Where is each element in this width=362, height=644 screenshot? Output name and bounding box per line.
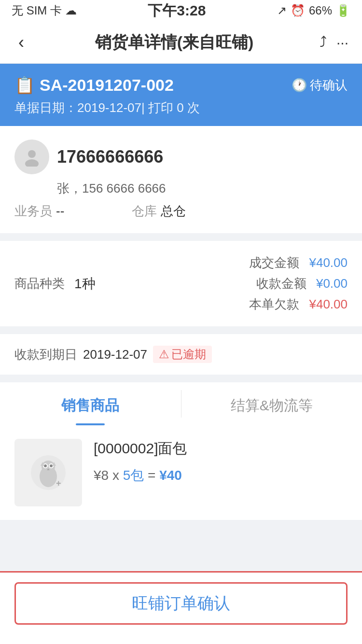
status-right: ↗ ⏰ 66% 🔋: [277, 4, 350, 17]
product-section: + [0000002]面包 ¥8 x 5包 = ¥40: [0, 425, 362, 520]
due-date-section: 收款到期日 2019-12-07 ⚠ 已逾期: [0, 334, 362, 375]
confirm-order-button[interactable]: 旺铺订单确认: [14, 582, 348, 625]
sim-status: 无 SIM 卡 ☁: [12, 3, 77, 18]
order-header-top: 📋 SA-20191207-002 🕐 待确认: [14, 75, 348, 95]
product-type-value: 1种: [74, 275, 96, 293]
overdue-label: 已逾期: [171, 347, 206, 362]
share-icon[interactable]: ⤴: [320, 34, 327, 51]
status-left: 无 SIM 卡 ☁: [12, 3, 77, 18]
owed-row: 本单欠款 ¥40.00: [249, 296, 348, 313]
more-icon[interactable]: ···: [336, 34, 348, 51]
tabs: 销售商品 结算&物流等: [0, 382, 362, 425]
price-formula: ¥8 x: [94, 468, 123, 483]
salesperson-field: 业务员 --: [14, 203, 64, 220]
back-button[interactable]: ‹: [14, 28, 29, 57]
confirm-button-area: 旺铺订单确认: [0, 571, 362, 644]
product-info: [0000002]面包 ¥8 x 5包 = ¥40: [94, 439, 348, 485]
transaction-row: 成交金额 ¥40.00: [249, 254, 348, 271]
order-id: 📋 SA-20191207-002: [14, 75, 174, 95]
warning-icon: ⚠: [159, 348, 169, 361]
order-icon: 📋: [14, 75, 35, 95]
owed-value: ¥40.00: [309, 297, 348, 312]
avatar: [14, 140, 49, 174]
equals-sign: =: [144, 468, 159, 483]
warehouse-label: 仓库: [132, 203, 157, 220]
product-thumbnail: +: [14, 439, 82, 506]
svg-point-1: [25, 159, 39, 167]
product-type-area: 商品种类 1种: [14, 254, 249, 313]
customer-name: 张，156 6666 6666: [14, 180, 348, 197]
page-title: 销货单详情(来自旺铺): [29, 31, 320, 54]
nav-actions: ⤴ ···: [320, 34, 348, 51]
nav-bar: ‹ 销货单详情(来自旺铺) ⤴ ···: [0, 21, 362, 64]
tab-settlement-logistics[interactable]: 结算&物流等: [181, 382, 362, 425]
customer-phone: 17666666666: [57, 147, 163, 167]
clock-icon: 🕐: [292, 78, 307, 93]
due-label: 收款到期日: [14, 346, 77, 363]
customer-section: 17666666666 张，156 6666 6666 业务员 -- 仓库 总仓: [0, 126, 362, 233]
customer-meta: 业务员 -- 仓库 总仓: [14, 203, 348, 220]
product-total: ¥40: [159, 468, 182, 483]
transaction-label: 成交金额: [249, 254, 299, 271]
order-header-banner: 📋 SA-20191207-002 🕐 待确认 单据日期：2019-12-07|…: [0, 64, 362, 126]
owed-label: 本单欠款: [249, 296, 299, 313]
svg-point-0: [28, 150, 36, 158]
received-label: 收款金额: [256, 275, 306, 292]
warehouse-value: 总仓: [161, 203, 186, 220]
order-date: 单据日期：2019-12-07| 打印 0 次: [14, 99, 348, 116]
tab-sales-products[interactable]: 销售商品: [0, 382, 181, 425]
amounts-section: 商品种类 1种 成交金额 ¥40.00 收款金额 ¥0.00 本单欠款 ¥40.…: [0, 241, 362, 326]
product-qty: 5包: [123, 468, 144, 483]
battery-icon: 🔋: [336, 4, 350, 17]
battery-level: 66%: [309, 4, 332, 17]
warehouse-field: 仓库 总仓: [132, 203, 186, 220]
product-type-label: 商品种类: [14, 275, 65, 292]
salesperson-value: --: [56, 204, 64, 219]
location-icon: ↗: [277, 4, 287, 17]
customer-top: 17666666666: [14, 140, 348, 174]
status-bar: 无 SIM 卡 ☁ 下午3:28 ↗ ⏰ 66% 🔋: [0, 0, 362, 21]
status-time: 下午3:28: [148, 1, 206, 21]
transaction-value: ¥40.00: [309, 255, 348, 270]
received-value: ¥0.00: [316, 276, 348, 291]
amounts-right: 成交金额 ¥40.00 收款金额 ¥0.00 本单欠款 ¥40.00: [249, 254, 348, 313]
order-status: 🕐 待确认: [292, 77, 348, 94]
svg-text:+: +: [56, 478, 61, 488]
product-price: ¥8 x 5包 = ¥40: [94, 466, 348, 485]
product-name: [0000002]面包: [94, 439, 348, 459]
received-row: 收款金额 ¥0.00: [256, 275, 348, 292]
overdue-badge: ⚠ 已逾期: [153, 346, 212, 363]
due-date-value: 2019-12-07: [83, 347, 147, 362]
salesperson-label: 业务员: [14, 203, 52, 220]
alarm-icon: ⏰: [291, 4, 305, 17]
